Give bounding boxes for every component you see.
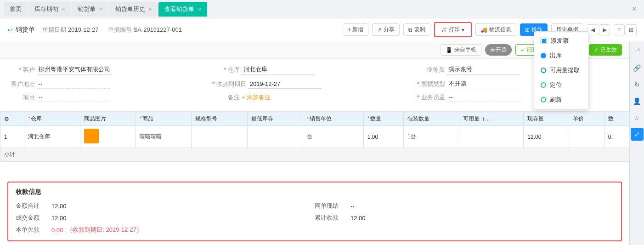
col-min-stock: 最低库存	[247, 112, 303, 126]
doc-date-value: 2019-12-27	[68, 26, 99, 33]
payment-cumulative-row: 累计收款 12.00	[315, 213, 614, 223]
tab-view-sales-close[interactable]: ×	[198, 6, 201, 12]
tab-home[interactable]: 首页	[4, 2, 28, 17]
print-button[interactable]: 🖨 打印 ▾	[437, 24, 469, 35]
col-current: 现存量	[524, 112, 569, 126]
table-wrapper[interactable]: ⚙ *仓库 商品图片 *商品 规格型号 最低库存 *销售单位 *数量 包装数量	[0, 112, 629, 178]
payment-deal-row: 成交金额 12.00	[16, 213, 315, 223]
print-icon: 🖨	[441, 27, 447, 33]
share-button[interactable]: ↗ 分享	[372, 23, 400, 36]
tab-sales-history[interactable]: 销货单历史 ×	[109, 2, 158, 17]
mobile-button-label: 来自手机	[454, 46, 476, 54]
add-invoice-label: 添发票	[551, 37, 569, 45]
grid-view-button[interactable]: ⊞	[626, 24, 637, 35]
sidebar-document-icon[interactable]: 📄	[631, 45, 644, 58]
warehouse-field: * 仓库 河北仓库	[212, 64, 417, 75]
product-image	[84, 129, 99, 143]
tab-inventory-close[interactable]: ×	[62, 6, 65, 12]
subtotal-label: 小计	[0, 148, 629, 162]
warehouse-value: 河北仓库	[242, 64, 315, 75]
payment-cumulative-value: 12.00	[350, 215, 366, 222]
window-close-button[interactable]: ×	[628, 4, 640, 14]
due-date-field: * 收款到期日 2019-12-27	[212, 80, 417, 89]
col-pkg-qty: 包装数量	[403, 112, 459, 126]
add-notes-label: + 添加备注	[242, 94, 271, 101]
not-open-button[interactable]: 未开票	[485, 44, 512, 56]
tab-inventory[interactable]: 库存期初 ×	[28, 2, 71, 17]
effect-button[interactable]: ✓ 已生效	[589, 44, 622, 56]
next-button[interactable]: ▶	[599, 24, 610, 35]
form-row-2: 客户地址 -- * 收款到期日 2019-12-27 * 票据类型	[7, 79, 622, 89]
product-table-section: ⚙ *仓库 商品图片 *商品 规格型号 最低库存 *销售单位 *数量 包装数量	[0, 112, 629, 245]
col-product: *商品	[136, 112, 191, 126]
row-product: 嘻嘻嘻嘻	[136, 126, 191, 148]
row-pkg-qty: 1台	[403, 126, 459, 148]
dropdown-add-invoice[interactable]: 添发票	[534, 34, 588, 48]
mobile-button[interactable]: 📱 来自手机	[441, 44, 481, 56]
right-sidebar: 📄 🔗 ↻ 👤 ☆ ⤢	[629, 41, 644, 245]
dropdown-refresh[interactable]: 刷新	[534, 92, 588, 107]
doc-number-value: SA-20191227-001	[134, 26, 182, 33]
effect-icon: ✓	[594, 47, 599, 53]
list-view-button[interactable]: ≡	[614, 24, 625, 35]
ticket-type-value: 不开票	[447, 79, 520, 89]
row-price	[569, 126, 604, 148]
customer-field: * 客户 柳州粤港平安气体有限公司	[7, 64, 212, 75]
share-icon: ↗	[377, 27, 382, 33]
row-unit: 台	[303, 126, 363, 148]
dropdown-locate[interactable]: 定位	[534, 78, 588, 92]
tab-sales-history-close[interactable]: ×	[149, 6, 152, 12]
staff-value: 演示账号	[446, 64, 520, 75]
new-button[interactable]: + 新增	[343, 23, 368, 36]
payment-total-label: 金额合计	[16, 202, 48, 210]
main-toolbar: + 新增 ↗ 分享 ⧉ 复制 🖨 打印 ▾	[343, 22, 637, 37]
form-row-1: * 客户 柳州粤港平安气体有限公司 * 仓库 河北仓库 业务员	[7, 64, 622, 75]
col-qty: *数量	[363, 112, 403, 126]
dropdown-outbound[interactable]: 出库	[534, 48, 588, 63]
effect-button-label: 已生效	[600, 46, 617, 54]
col-available: 可用量（...	[459, 112, 524, 126]
ticket-type-field: * 票据类型 不开票	[417, 79, 622, 89]
nav-arrows: ◀ ▶	[587, 24, 610, 35]
payment-same-order-value: --	[350, 203, 355, 210]
logistics-button[interactable]: 🚚 物流信息	[475, 23, 516, 36]
sidebar-user-icon[interactable]: 👤	[631, 95, 644, 108]
address-value: --	[37, 80, 110, 89]
print-highlight-box: 🖨 打印 ▾	[434, 22, 472, 37]
project-label: 项目	[7, 93, 35, 102]
document-type-label: 销货单	[16, 26, 35, 34]
sidebar-expand-icon[interactable]: ⤢	[631, 128, 644, 141]
due-date-value: 2019-12-27	[248, 80, 322, 89]
dropdown-available-qty[interactable]: 可用量提取	[534, 63, 588, 78]
available-qty-label: 可用量提取	[550, 66, 580, 74]
new-button-label: + 新增	[348, 26, 363, 34]
tab-view-sales[interactable]: 查看销货单 ×	[158, 2, 207, 17]
col-settings: ⚙	[0, 112, 24, 126]
payment-total-row: 金额合计 12.00	[16, 201, 315, 211]
copy-button[interactable]: ⧉ 复制	[403, 23, 430, 36]
payment-balance-value: 0.00	[51, 227, 63, 234]
staff-label: 业务员	[417, 66, 445, 74]
add-notes-button[interactable]: + 添加备注	[242, 93, 271, 102]
doc-date-field: 单据日期 2019-12-27	[42, 26, 99, 34]
sidebar-refresh-icon[interactable]: ↻	[631, 78, 644, 91]
sidebar-link-icon[interactable]: 🔗	[631, 62, 644, 74]
copy-button-label: 复制	[414, 26, 425, 34]
address-label: 客户地址	[7, 80, 35, 88]
tab-bar: 首页 库存期初 × 销货单 × 销货单历史 × 查看销货单 × ×	[0, 0, 644, 18]
row-spec	[192, 126, 247, 148]
project-value: --	[37, 93, 110, 102]
subtotal-row: 小计	[0, 148, 629, 162]
tab-sales-close[interactable]: ×	[99, 6, 102, 12]
tab-sales-history-label: 销货单历史	[115, 5, 145, 13]
tab-view-sales-label: 查看销货单	[164, 5, 194, 13]
row-qty: 1.00	[363, 126, 403, 148]
settings-icon[interactable]: ⚙	[4, 116, 9, 122]
tab-sales[interactable]: 销货单 ×	[72, 2, 108, 17]
sidebar-star-icon[interactable]: ☆	[631, 111, 644, 124]
locate-icon	[541, 82, 546, 88]
table-header-row: ⚙ *仓库 商品图片 *商品 规格型号 最低库存 *销售单位 *数量 包装数量	[0, 112, 629, 126]
add-invoice-icon	[541, 38, 547, 44]
form-row-3: 项目 -- 备注 + 添加备注 * 业务员孟	[7, 93, 622, 102]
notes-field: 备注 + 添加备注	[212, 93, 417, 102]
